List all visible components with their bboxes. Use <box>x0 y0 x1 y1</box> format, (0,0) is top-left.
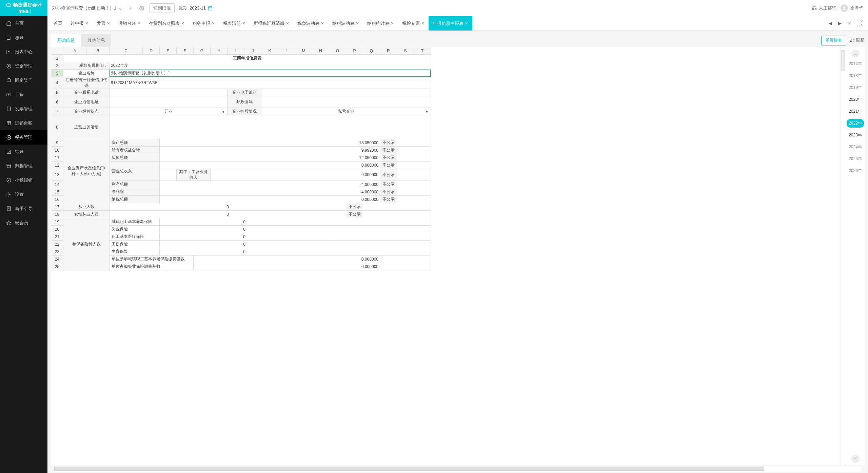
cell-value[interactable]: 0 <box>110 211 346 218</box>
cell-value[interactable]: 12.050000 <box>160 154 380 162</box>
cell-value[interactable]: 0 <box>160 241 329 248</box>
cell-value[interactable]: 9.992000 <box>160 147 380 154</box>
dropdown-cell[interactable]: 私营企业▼ <box>261 108 431 115</box>
col-header[interactable]: B <box>86 47 110 55</box>
row-header[interactable]: 6 <box>51 96 63 108</box>
nav-item-vip[interactable]: 畅会员 <box>0 216 47 230</box>
cell-value[interactable] <box>261 89 431 96</box>
row-header[interactable]: 5 <box>51 89 63 96</box>
dropdown-cell[interactable]: 不公示▼ <box>380 181 397 188</box>
row-header[interactable]: 7 <box>51 108 63 115</box>
col-header[interactable]: A <box>63 47 86 55</box>
add-account-button[interactable] <box>126 4 134 12</box>
tab[interactable]: 税务申报✕ <box>189 16 219 31</box>
row-header[interactable]: 22 <box>51 241 63 248</box>
col-header[interactable]: O <box>329 47 346 55</box>
cell-value[interactable]: -4.000000 <box>160 181 380 188</box>
nav-item-tax[interactable]: 税务管理 <box>0 130 47 145</box>
cell-value[interactable]: 0.000000 <box>194 256 380 263</box>
switch-old-version-button[interactable]: 切到旧版 <box>150 3 175 13</box>
tabs-close-button[interactable]: ✕ <box>846 19 853 27</box>
vertical-slider[interactable] <box>840 47 846 466</box>
col-header[interactable]: S <box>397 47 414 55</box>
row-header[interactable]: 21 <box>51 233 63 241</box>
col-header[interactable]: E <box>160 47 177 55</box>
nav-item-expense[interactable]: 小畅报销 <box>0 173 47 187</box>
subtab[interactable]: 基础信息 <box>51 34 81 47</box>
nav-item-archive[interactable]: 归档管理 <box>0 159 47 173</box>
row-header[interactable]: 25 <box>51 263 63 270</box>
cell-value[interactable]: 18.050000 <box>160 139 380 147</box>
cell-value[interactable] <box>110 115 431 139</box>
tab[interactable]: 税表清册✕ <box>219 16 250 31</box>
tabs-prev-button[interactable]: ◀ <box>827 19 834 27</box>
horizontal-scrollbar[interactable] <box>54 466 861 472</box>
cell-value[interactable] <box>110 96 228 108</box>
nav-item-salary[interactable]: 工资 <box>0 88 47 102</box>
tab[interactable]: 年报信息申报表✕ <box>429 16 472 31</box>
close-icon[interactable]: ✕ <box>421 21 425 26</box>
dropdown-cell[interactable]: 不公示▼ <box>380 188 397 196</box>
tab[interactable]: 发票✕ <box>93 16 114 31</box>
cell-value[interactable]: 0.000000 <box>160 162 380 169</box>
col-header[interactable]: P <box>346 47 363 55</box>
close-icon[interactable]: ✕ <box>242 21 245 26</box>
year-up-button[interactable]: ︽ <box>851 50 860 58</box>
year-item[interactable]: 2023年 <box>847 131 864 139</box>
year-item[interactable]: 2020年 <box>847 95 864 104</box>
cell-value[interactable]: 0.000000 <box>211 169 380 181</box>
nav-item-settings[interactable]: 设置 <box>0 187 47 202</box>
cell-value[interactable]: 0.000000 <box>194 263 380 270</box>
dropdown-cell[interactable]: 不公示▼ <box>380 169 397 181</box>
nav-item-chart[interactable]: 报表中心 <box>0 45 47 59</box>
calendar-icon[interactable] <box>208 6 213 11</box>
row-header[interactable]: 1 <box>51 55 63 62</box>
year-down-button[interactable]: ︾ <box>851 455 860 463</box>
tab[interactable]: 存货别名对照表✕ <box>145 16 189 31</box>
col-header[interactable]: N <box>312 47 329 55</box>
account-selector[interactable]: 刘小艳演示账套（勿删勿动！）1 ⌵ <box>52 5 122 11</box>
cell-value[interactable]: 0 <box>160 248 329 256</box>
row-header[interactable]: 16 <box>51 196 63 203</box>
nav-item-asset[interactable]: 固定资产 <box>0 73 47 88</box>
dropdown-cell[interactable]: 不公示▼ <box>380 162 397 169</box>
row-header[interactable]: 9 <box>51 139 63 147</box>
row-header[interactable]: 4 <box>51 77 63 89</box>
subtab[interactable]: 其他信息 <box>81 34 111 47</box>
col-header[interactable]: R <box>380 47 397 55</box>
tabs-next-button[interactable]: ▶ <box>836 19 844 27</box>
nav-item-money[interactable]: 资金管理 <box>0 59 47 73</box>
year-item[interactable]: 2021年 <box>847 107 864 116</box>
year-item[interactable]: 2022年 <box>847 119 864 128</box>
row-header[interactable]: 18 <box>51 211 63 218</box>
account-settings-button[interactable] <box>138 4 145 12</box>
tab[interactable]: 纳税波动表✕ <box>328 16 363 31</box>
tabs-fullscreen-button[interactable]: ⛶ <box>855 19 864 27</box>
cell-value[interactable]: 0 <box>160 226 329 233</box>
nav-item-ledger[interactable]: 进销台账 <box>0 116 47 130</box>
nav-item-invoice[interactable]: 发票管理 <box>0 102 47 116</box>
dropdown-cell[interactable]: 不公示▼ <box>380 147 397 154</box>
nav-item-home[interactable]: 首页 <box>0 16 47 31</box>
reset-report-button[interactable]: 重置报表 <box>821 36 846 45</box>
dropdown-cell[interactable]: 不公示▼ <box>346 211 363 218</box>
row-header[interactable]: 8 <box>51 115 63 139</box>
cell-value[interactable]: -4.000000 <box>160 188 380 196</box>
close-icon[interactable]: ✕ <box>107 21 110 26</box>
col-header[interactable]: M <box>295 47 312 55</box>
nav-item-book[interactable]: 总账 <box>0 31 47 45</box>
tab[interactable]: 税负波动表✕ <box>293 16 328 31</box>
col-header[interactable]: C <box>110 47 143 55</box>
col-header[interactable]: J <box>244 47 261 55</box>
col-header[interactable]: L <box>278 47 295 55</box>
cell-value[interactable]: 0 <box>160 233 329 241</box>
nav-item-close[interactable]: 结账 <box>0 145 47 159</box>
brand-logo[interactable]: 畅捷通好会计 专业版 <box>0 0 47 16</box>
close-icon[interactable]: ✕ <box>181 21 184 26</box>
dropdown-cell[interactable]: 不公示▼ <box>380 196 397 203</box>
row-header[interactable]: 3 <box>51 70 63 77</box>
user-menu[interactable]: 徐泽华 <box>841 4 863 12</box>
refresh-button[interactable]: 刷新 <box>850 37 865 43</box>
period-value[interactable]: 2023-11 <box>190 5 206 11</box>
close-icon[interactable]: ✕ <box>212 21 215 26</box>
